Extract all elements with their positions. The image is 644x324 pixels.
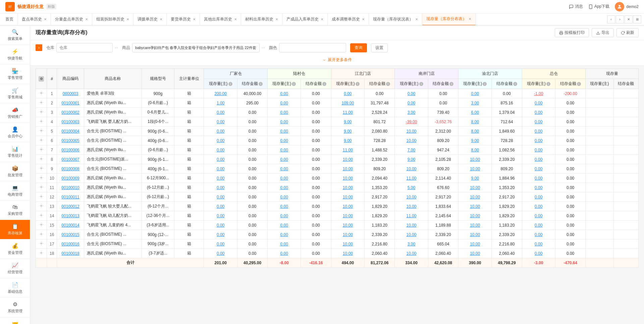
- cell-na-qty[interactable]: 0.00: [395, 98, 428, 108]
- cell-ll-qty[interactable]: 0.00: [268, 155, 301, 164]
- cell-yb-qty[interactable]: 0.00: [458, 89, 491, 98]
- tab-item-0[interactable]: 首页: [1, 13, 18, 26]
- cell-code[interactable]: 00100003: [57, 117, 84, 127]
- cell-yb-qty[interactable]: 8.00: [458, 127, 491, 136]
- cell-settings[interactable]: [36, 192, 47, 202]
- cell-fac-qty[interactable]: 0.00: [204, 249, 237, 258]
- cell-ll-qty[interactable]: 0.00: [268, 239, 301, 249]
- tab-close-btn[interactable]: ✕: [275, 17, 278, 21]
- cell-na-qty[interactable]: 3.00: [395, 108, 428, 117]
- cell-settings[interactable]: [36, 89, 47, 98]
- sidebar-item-11[interactable]: 💰资金管理: [0, 239, 30, 259]
- sidebar-item-3[interactable]: 🛒零售商城: [0, 84, 30, 103]
- cell-ll-qty[interactable]: 0.00: [268, 202, 301, 211]
- cell-settings[interactable]: [36, 145, 47, 155]
- tab-close-btn[interactable]: ✕: [362, 17, 365, 21]
- cell-total-qty[interactable]: 0.00: [522, 108, 555, 117]
- cell-yb-qty[interactable]: 10.00: [458, 155, 491, 164]
- cell-code[interactable]: 00100002: [57, 108, 84, 117]
- cell-ll-qty[interactable]: 0.00: [268, 211, 301, 221]
- sidebar-item-14[interactable]: ⚙系统管理: [0, 298, 30, 317]
- sidebar-item-0[interactable]: 🔍搜索英单: [0, 26, 30, 45]
- cell-na-qty[interactable]: 10.00: [395, 230, 428, 239]
- cell-settings[interactable]: [36, 164, 47, 174]
- tab-close-btn[interactable]: ✕: [85, 17, 88, 21]
- cell-ll-qty[interactable]: 0.00: [268, 136, 301, 145]
- sidebar-item-1[interactable]: ⚡快捷导航: [0, 45, 30, 64]
- goods-ellipsis[interactable]: ···: [262, 45, 265, 50]
- cell-total-qty[interactable]: 0.00: [522, 98, 555, 108]
- cell-jb-qty[interactable]: 10.00: [331, 249, 364, 258]
- cell-total-qty[interactable]: 0.00: [522, 183, 555, 192]
- cell-yb-qty[interactable]: 10.00: [458, 183, 491, 192]
- cell-ll-qty[interactable]: 0.00: [268, 145, 301, 155]
- cell-na-qty[interactable]: 9.00: [395, 155, 428, 164]
- cell-total-qty[interactable]: 0.00: [522, 164, 555, 174]
- sidebar-item-10[interactable]: 📋库存核算: [0, 220, 30, 239]
- expand-more-btn[interactable]: 展开更多条件: [322, 57, 352, 63]
- cell-ll-qty[interactable]: 0.00: [268, 230, 301, 239]
- cell-code[interactable]: 00100004: [57, 127, 84, 136]
- cell-settings[interactable]: [36, 183, 47, 192]
- cell-na-qty[interactable]: 10.00: [395, 202, 428, 211]
- tab-prev-btn[interactable]: ‹: [607, 15, 615, 24]
- cell-jb-qty[interactable]: 0.00: [331, 89, 364, 98]
- query-btn[interactable]: 查询: [350, 43, 367, 52]
- th-settings[interactable]: ⚙: [36, 69, 47, 89]
- cell-ll-qty[interactable]: 0.00: [268, 183, 301, 192]
- cell-code[interactable]: 00100005: [57, 136, 84, 145]
- tab-close-btn[interactable]: ✕: [160, 17, 162, 21]
- cell-total-qty[interactable]: 0.00: [522, 249, 555, 258]
- cell-code[interactable]: 00100014: [57, 221, 84, 230]
- cell-code[interactable]: 00100011: [57, 192, 84, 202]
- cell-yb-qty[interactable]: 10.00: [458, 202, 491, 211]
- tab-close-all-btn[interactable]: ✕: [625, 15, 633, 24]
- tab-close-btn[interactable]: ✕: [469, 17, 471, 21]
- tab-close-btn[interactable]: ✕: [415, 17, 418, 21]
- cell-fac-qty[interactable]: 0.00: [204, 174, 237, 183]
- goods-input[interactable]: [132, 43, 260, 52]
- cell-code[interactable]: 00100013: [57, 211, 84, 221]
- cell-ll-qty[interactable]: 0.00: [268, 98, 301, 108]
- cell-fac-qty[interactable]: 0.00: [204, 127, 237, 136]
- tab-close-btn[interactable]: ✕: [126, 17, 129, 21]
- cell-settings[interactable]: [36, 98, 47, 108]
- cell-yb-qty[interactable]: 10.00: [458, 221, 491, 230]
- cell-jb-qty[interactable]: 9.00: [331, 117, 364, 127]
- cell-jb-qty[interactable]: 10.00: [331, 164, 364, 174]
- cell-ll-qty[interactable]: 0.00: [268, 108, 301, 117]
- expand-toggle-btn[interactable]: ›: [36, 44, 42, 51]
- cell-total-qty[interactable]: 0.00: [522, 230, 555, 239]
- cell-yb-qty[interactable]: 10.00: [458, 211, 491, 221]
- cell-jb-qty[interactable]: 10.00: [331, 230, 364, 239]
- cell-yb-qty[interactable]: 6.00: [458, 108, 491, 117]
- cell-na-qty[interactable]: 11.00: [395, 174, 428, 183]
- cell-jb-qty[interactable]: 10.00: [331, 192, 364, 202]
- cell-na-qty[interactable]: 10.00: [395, 164, 428, 174]
- cell-fac-qty[interactable]: 0.00: [204, 183, 237, 192]
- cell-fac-qty[interactable]: 0.00: [204, 192, 237, 202]
- tab-item-1[interactable]: 盘点单历史✕: [18, 13, 51, 26]
- cell-jb-qty[interactable]: 10.00: [331, 221, 364, 230]
- tab-item-5[interactable]: 要货单历史✕: [167, 13, 200, 26]
- sidebar-item-8[interactable]: 💻电商管理: [0, 181, 30, 201]
- cell-total-qty[interactable]: 0.00: [522, 239, 555, 249]
- cell-code[interactable]: 00100016: [57, 239, 84, 249]
- cell-code[interactable]: 00100010: [57, 183, 84, 192]
- user-area[interactable]: demo2: [615, 2, 639, 11]
- cell-settings[interactable]: [36, 221, 47, 230]
- cell-ll-qty[interactable]: 0.00: [268, 174, 301, 183]
- cell-yb-qty[interactable]: 8.00: [458, 117, 491, 127]
- tab-item-8[interactable]: 产成品入库单历史✕: [282, 13, 328, 26]
- sidebar-item-13[interactable]: 📄基础信息: [0, 278, 30, 298]
- app-download-btn[interactable]: App下载: [588, 4, 609, 9]
- cell-na-qty[interactable]: 11.00: [395, 211, 428, 221]
- cell-total-qty[interactable]: -1.00: [522, 89, 555, 98]
- cell-jb-qty[interactable]: 11.00: [331, 145, 364, 155]
- cell-na-qty[interactable]: 10.00: [395, 127, 428, 136]
- cell-jb-qty[interactable]: 9.00: [331, 136, 364, 145]
- cell-fac-qty[interactable]: 0.00: [204, 117, 237, 127]
- cell-jb-qty[interactable]: 10.00: [331, 239, 364, 249]
- messages-btn[interactable]: 消息: [569, 4, 583, 9]
- cell-yb-qty[interactable]: 9.00: [458, 136, 491, 145]
